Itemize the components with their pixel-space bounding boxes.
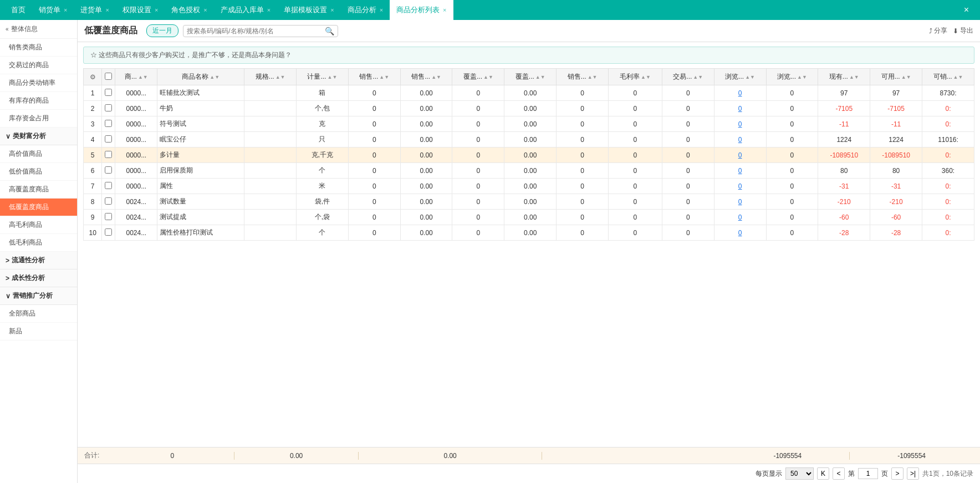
cell-browse1[interactable]: 0: [714, 132, 766, 148]
nav-close-product-warehouse[interactable]: ×: [267, 0, 270, 20]
search-icon[interactable]: 🔍: [325, 27, 334, 35]
cell-browse1[interactable]: 0: [714, 116, 766, 132]
nav-close-permission[interactable]: ×: [155, 0, 158, 20]
nav-item-home[interactable]: 首页: [4, 0, 32, 20]
nav-item-template[interactable]: 单据模板设置 ×: [277, 0, 340, 20]
sidebar-section-wealth[interactable]: ∨ 类财富分析: [0, 128, 77, 145]
col-gear[interactable]: ⚙: [84, 69, 102, 85]
nav-item-role[interactable]: 角色授权 ×: [165, 0, 213, 20]
cell-checkbox[interactable]: [102, 194, 115, 210]
cell-browse1[interactable]: 0: [714, 148, 766, 163]
first-page-button[interactable]: K: [817, 467, 829, 480]
col-cover2-label: 覆盖...: [515, 73, 534, 80]
col-spec-header[interactable]: 规格...▲▼: [244, 69, 297, 85]
last-page-button[interactable]: >|: [907, 467, 919, 480]
sidebar-item-traded-goods[interactable]: 交易过的商品: [0, 57, 77, 74]
col-sales-amt-label: 销售...: [411, 73, 430, 80]
sidebar-item-category-rate[interactable]: 商品分类动销率: [0, 74, 77, 92]
cell-browse1[interactable]: 0: [714, 210, 766, 225]
nav-item-product-warehouse[interactable]: 产成品入库单 ×: [214, 0, 277, 20]
cell-trade: 0: [662, 132, 714, 148]
nav-close-template[interactable]: ×: [330, 0, 334, 20]
sidebar-item-stock-value[interactable]: 库存资金占用: [0, 110, 77, 128]
col-stock-header[interactable]: 现有...▲▼: [818, 69, 870, 85]
cell-checkbox[interactable]: [102, 148, 115, 163]
cell-cover1: 0: [452, 116, 504, 132]
sidebar-section-marketing[interactable]: ∨ 营销推广分析: [0, 287, 77, 305]
next-page-button[interactable]: >: [891, 467, 904, 480]
cell-browse1[interactable]: 0: [714, 194, 766, 210]
nav-item-purchase[interactable]: 进货单 ×: [74, 0, 115, 20]
sidebar-header-overall[interactable]: « 整体信息: [0, 20, 77, 39]
nav-item-product-analysis[interactable]: 商品分析 ×: [341, 0, 390, 20]
cell-browse1[interactable]: 0: [714, 85, 766, 101]
page-size-select[interactable]: 50 10 20 100: [785, 467, 814, 480]
cell-sales_amt: 0.00: [400, 101, 452, 116]
cell-browse1[interactable]: 0: [714, 163, 766, 179]
table-row: 10000...旺辅批次测试箱00.0000.000000097978730:: [84, 85, 974, 101]
cell-browse1[interactable]: 0: [714, 101, 766, 116]
sidebar-item-new-goods[interactable]: 新品: [0, 323, 77, 340]
col-code-header[interactable]: 商...▲▼: [115, 69, 157, 85]
cell-checkbox[interactable]: [102, 225, 115, 241]
col-name-header[interactable]: 商品名称▲▼: [157, 69, 244, 85]
col-unit-header[interactable]: 计量...▲▼: [296, 69, 348, 85]
search-input[interactable]: [187, 27, 325, 35]
col-available-header[interactable]: 可用...▲▼: [870, 69, 922, 85]
sidebar-item-high-margin[interactable]: 高毛利商品: [0, 216, 77, 234]
cell-sellable: 0:: [922, 210, 974, 225]
col-margin-header[interactable]: 毛利率▲▼: [609, 69, 662, 85]
cell-checkbox[interactable]: [102, 132, 115, 148]
sidebar-section-label3: 成长性分析: [12, 273, 45, 283]
page-word: 第: [848, 469, 855, 479]
nav-close-product-analysis-list[interactable]: ×: [443, 0, 446, 20]
nav-close-purchase[interactable]: ×: [105, 0, 109, 20]
sidebar-item-high-value[interactable]: 高价值商品: [0, 145, 77, 163]
sidebar-item-all-goods[interactable]: 全部商品: [0, 305, 77, 323]
cell-checkbox[interactable]: [102, 163, 115, 179]
window-close-button[interactable]: ×: [957, 5, 976, 15]
cell-browse1[interactable]: 0: [714, 179, 766, 194]
cell-checkbox[interactable]: [102, 101, 115, 116]
footer-stock: -1095554: [726, 452, 850, 460]
nav-close-product-analysis[interactable]: ×: [380, 0, 383, 20]
col-cover2-header[interactable]: 覆盖...▲▼: [504, 69, 557, 85]
sidebar-item-low-value[interactable]: 低价值商品: [0, 163, 77, 181]
prev-page-button[interactable]: <: [833, 467, 845, 480]
cell-browse1[interactable]: 0: [714, 225, 766, 241]
sidebar-section-circulation[interactable]: > 流通性分析: [0, 252, 77, 270]
sidebar-item-low-margin[interactable]: 低毛利商品: [0, 234, 77, 252]
sidebar-item-in-stock[interactable]: 有库存的商品: [0, 92, 77, 110]
nav-close-role[interactable]: ×: [203, 0, 207, 20]
col-trade-header[interactable]: 交易...▲▼: [662, 69, 714, 85]
nav-item-sales[interactable]: 销货单 ×: [32, 0, 74, 20]
export-button[interactable]: ⬇ 导出: [953, 26, 973, 35]
sidebar-item-sales-goods[interactable]: 销售类商品: [0, 39, 77, 57]
sidebar-section-growth[interactable]: > 成长性分析: [0, 270, 77, 287]
col-sales-qty-header[interactable]: 销售...▲▼: [348, 69, 400, 85]
cell-checkbox[interactable]: [102, 210, 115, 225]
cell-checkbox[interactable]: [102, 85, 115, 101]
gear-icon[interactable]: ⚙: [90, 73, 96, 81]
cell-checkbox[interactable]: [102, 179, 115, 194]
sidebar-item-low-coverage[interactable]: 低覆盖度商品: [0, 199, 77, 216]
col-browse1-header[interactable]: 浏览...▲▼: [714, 69, 766, 85]
nav-item-product-analysis-list[interactable]: 商品分析列表 ×: [390, 0, 453, 20]
nav-close-sales[interactable]: ×: [64, 0, 67, 20]
info-text: ☆ 这些商品只有很少客户购买过，是推广不够，还是商品本身问题？: [90, 50, 292, 60]
col-sales3-header[interactable]: 销售...▲▼: [557, 69, 609, 85]
col-sellable-header[interactable]: 可销...▲▼: [922, 69, 974, 85]
nav-item-permission[interactable]: 权限设置 ×: [116, 0, 165, 20]
share-button[interactable]: ⤴ 分享: [929, 26, 947, 35]
cell-browse2: 0: [766, 225, 818, 241]
sidebar-item-high-coverage[interactable]: 高覆盖度商品: [0, 181, 77, 199]
col-sales-amt-header[interactable]: 销售...▲▼: [400, 69, 452, 85]
cell-cover1: 0: [452, 85, 504, 101]
filter-period-button[interactable]: 近一月: [146, 24, 178, 37]
cell-checkbox[interactable]: [102, 116, 115, 132]
col-select-all[interactable]: [102, 69, 115, 85]
select-all-checkbox[interactable]: [105, 73, 112, 80]
col-cover1-header[interactable]: 覆盖...▲▼: [452, 69, 504, 85]
col-browse2-header[interactable]: 浏览...▲▼: [766, 69, 818, 85]
page-number-input[interactable]: [858, 468, 878, 479]
